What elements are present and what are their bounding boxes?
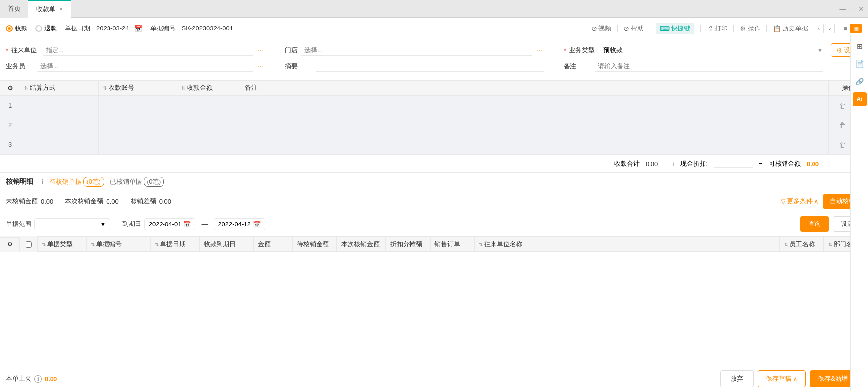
select-all-checkbox[interactable] bbox=[26, 241, 32, 248]
counterpart-input[interactable] bbox=[43, 45, 253, 56]
radio-refund[interactable]: 退款 bbox=[35, 24, 57, 33]
cell-amount-1[interactable] bbox=[177, 96, 241, 115]
cell-note-2[interactable] bbox=[241, 115, 829, 135]
this-cancel-label: 本次核销金额 bbox=[65, 197, 103, 206]
print-btn[interactable]: 🖨 打印 bbox=[706, 24, 728, 33]
filter-icon: ▽ bbox=[781, 198, 786, 205]
store-input[interactable] bbox=[301, 45, 532, 56]
note-input[interactable] bbox=[595, 61, 823, 72]
operation-btn[interactable]: ⚙ 操作 bbox=[740, 24, 760, 33]
cell-settlement-3[interactable] bbox=[20, 135, 99, 155]
cell-settlement-1[interactable] bbox=[20, 96, 99, 115]
delete-row-3-btn[interactable]: 🗑 bbox=[839, 141, 846, 149]
business-type-field: * 业务类型 预收款 ▼ bbox=[564, 44, 823, 56]
radio-receipt-dot bbox=[6, 25, 13, 32]
save-draft-arrow: ∧ bbox=[793, 376, 797, 382]
form-view-btn[interactable]: ▦ bbox=[850, 24, 862, 33]
vth-date: ⇅ 单据日期 bbox=[150, 236, 199, 252]
delete-row-2-btn[interactable]: 🗑 bbox=[839, 121, 846, 129]
vth-gear[interactable]: ⚙ bbox=[0, 237, 20, 251]
tab-bar-controls: — □ ✕ bbox=[840, 5, 868, 13]
delete-row-1-btn[interactable]: 🗑 bbox=[839, 102, 846, 110]
cell-account-1[interactable] bbox=[99, 96, 177, 115]
save-draft-button[interactable]: 保存草稿 ∧ bbox=[758, 370, 806, 387]
number-label: 单据编号 bbox=[150, 24, 176, 33]
prev-arrow[interactable]: ‹ bbox=[814, 24, 824, 33]
due-label: 到期日 bbox=[122, 220, 141, 228]
due-to-input[interactable]: 2022-04-12 📅 bbox=[214, 218, 265, 230]
top-toolbar: 收款 退款 单据日期 2023-03-24 📅 单据编号 SK-20230324… bbox=[0, 18, 868, 39]
history-btn[interactable]: 📋 历史单据 bbox=[773, 24, 808, 33]
calendar-icon[interactable]: 📅 bbox=[134, 25, 142, 32]
done-tab[interactable]: 已核销单据 (0笔) bbox=[110, 177, 164, 187]
close-icon[interactable]: ✕ bbox=[858, 5, 864, 13]
date-label: 单据日期 bbox=[65, 24, 90, 33]
store-more-btn[interactable]: ··· bbox=[534, 46, 544, 54]
sidebar-table-icon[interactable]: ⊞ bbox=[853, 39, 867, 53]
cell-account-3[interactable] bbox=[99, 135, 177, 155]
print-icon: 🖨 bbox=[706, 25, 713, 32]
business-type-label: 业务类型 bbox=[569, 46, 598, 55]
radio-receipt[interactable]: 收款 bbox=[6, 24, 27, 33]
history-label: 历史单据 bbox=[783, 24, 808, 33]
verify-filter: 单据范围 ▼ 到期日 2022-04-01 📅 — 2022-04-12 📅 bbox=[0, 212, 868, 236]
minimize-icon[interactable]: — bbox=[840, 5, 846, 13]
help-btn[interactable]: ⊙ 帮助 bbox=[624, 24, 644, 33]
abandon-button[interactable]: 放弃 bbox=[720, 370, 754, 387]
salesman-input[interactable] bbox=[37, 61, 253, 72]
maximize-icon[interactable]: □ bbox=[850, 5, 854, 13]
discount-input[interactable] bbox=[714, 160, 753, 168]
th-gear[interactable]: ⚙ bbox=[0, 81, 20, 96]
query-button[interactable]: 查询 bbox=[800, 216, 829, 232]
shortcut-btn[interactable]: ⌨ 快捷键 bbox=[656, 23, 694, 34]
net-value: 0.00 bbox=[807, 160, 819, 168]
cell-note-1[interactable] bbox=[241, 96, 829, 115]
range-select[interactable]: ▼ bbox=[34, 218, 110, 230]
cell-amount-3[interactable] bbox=[177, 135, 241, 155]
settings-icon: ⚙ bbox=[836, 47, 842, 54]
salesman-more-btn[interactable]: ··· bbox=[255, 62, 265, 70]
tab-close-icon[interactable]: × bbox=[59, 6, 63, 13]
summary-row: 收款合计 0.00 + 现金折扣: = 可核销金额 0.00 bbox=[0, 155, 868, 173]
sidebar-ai-icon[interactable]: Ai bbox=[853, 92, 867, 106]
summary-input[interactable] bbox=[316, 61, 544, 72]
verify-info-icon[interactable]: ℹ bbox=[41, 178, 44, 186]
save-draft-label: 保存草稿 bbox=[766, 374, 791, 383]
cell-settlement-2[interactable] bbox=[20, 115, 99, 135]
cell-note-3[interactable] bbox=[241, 135, 829, 155]
divider3 bbox=[700, 25, 701, 32]
order-info-icon[interactable]: ℹ bbox=[34, 375, 42, 383]
sidebar-doc-icon[interactable]: 📄 bbox=[853, 57, 867, 71]
row-num-1: 1 bbox=[0, 96, 20, 115]
cell-account-2[interactable] bbox=[99, 115, 177, 135]
verify-header: 核销明细 ℹ 待核销单据 (0笔) 已核销单据 (0笔) bbox=[0, 173, 868, 191]
video-btn[interactable]: ⊙ 视频 bbox=[591, 24, 611, 33]
vth-sales-order: 销售订单 bbox=[430, 236, 474, 252]
divider4 bbox=[733, 25, 734, 32]
total-value: 0.00 bbox=[646, 160, 665, 168]
calendar-from-icon: 📅 bbox=[183, 221, 191, 228]
verify-table-header: ⚙ ⇅ 单据类型 ⇅ 单据编号 ⇅ 单据日期 收款到期日 金额 bbox=[0, 236, 868, 252]
date-value: 2023-03-24 bbox=[96, 25, 129, 32]
tab-home[interactable]: 首页 bbox=[0, 0, 28, 18]
next-arrow[interactable]: › bbox=[825, 24, 835, 33]
net-label: 可核销金额 bbox=[769, 159, 801, 168]
diff-label: 核销差额 bbox=[131, 197, 156, 206]
sidebar-link-icon[interactable]: 🔗 bbox=[853, 75, 867, 88]
receipt-table: ⚙ ⇅ 结算方式 ⇅ 收款账号 ⇅ 收款金额 备注 bbox=[0, 80, 868, 155]
pending-tab[interactable]: 待核销单据 (0笔) bbox=[50, 177, 104, 187]
business-type-arrow[interactable]: ▼ bbox=[817, 47, 823, 53]
counterpart-more-btn[interactable]: ··· bbox=[255, 46, 265, 54]
list-view-btn[interactable]: ≡ bbox=[841, 24, 850, 33]
cell-amount-2[interactable] bbox=[177, 115, 241, 135]
radio-refund-label: 退款 bbox=[44, 24, 57, 33]
more-conditions-btn[interactable]: ▽ 更多条件 ∧ bbox=[781, 197, 819, 206]
salesman-field: 业务员 ··· bbox=[6, 61, 265, 72]
number-field: 单据编号 SK-20230324-001 bbox=[150, 24, 234, 33]
vth-number: ⇅ 单据编号 bbox=[86, 236, 150, 252]
tab-current[interactable]: 收款单 × bbox=[28, 0, 71, 18]
vth-checkbox[interactable] bbox=[20, 238, 37, 251]
due-from-input[interactable]: 2022-04-01 📅 bbox=[144, 218, 196, 230]
shortcut-label: 快捷键 bbox=[671, 24, 690, 33]
video-label: 视频 bbox=[598, 24, 611, 33]
